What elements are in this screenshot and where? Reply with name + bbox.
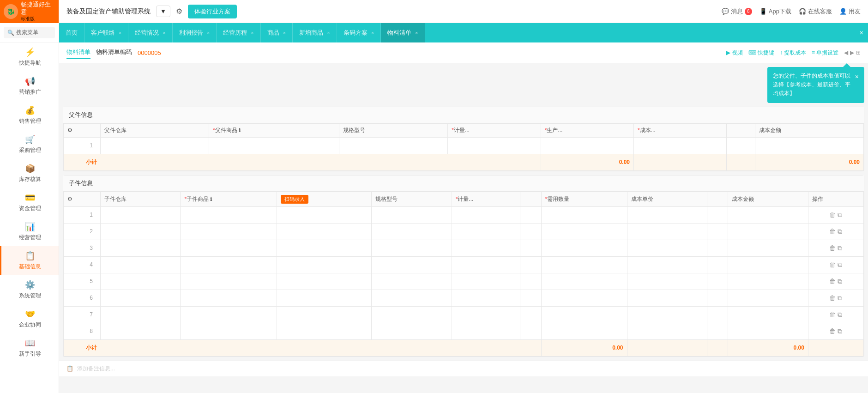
search-area[interactable]: 🔍 搜索菜单 — [0, 23, 59, 42]
cell-unit-child[interactable] — [452, 206, 520, 223]
cell-warehouse-child[interactable] — [101, 206, 181, 223]
tab-customer-close[interactable]: × — [119, 30, 121, 36]
cell-qty-child[interactable] — [541, 256, 627, 273]
cell-qty-child[interactable] — [541, 306, 627, 323]
delete-icon[interactable]: 🗑 — [829, 327, 836, 335]
tab-new-goods-close[interactable]: × — [327, 30, 330, 36]
cell-unit-child[interactable] — [452, 323, 520, 339]
cell-product-child[interactable] — [181, 240, 277, 256]
copy-icon[interactable]: ⧉ — [838, 228, 842, 236]
cell-qty-child[interactable] — [541, 240, 627, 256]
cell-product-child[interactable] — [181, 306, 277, 323]
cell-spec-child[interactable] — [372, 290, 452, 306]
cell-prod-parent[interactable] — [541, 137, 633, 154]
tab-new-goods[interactable]: 新增商品 × — [293, 23, 337, 42]
sidebar-item-purchase[interactable]: 🛒 采购管理 — [0, 130, 59, 159]
nav-next-icon[interactable]: ▶ — [850, 49, 854, 56]
tab-barcode[interactable]: 条码方案 × — [337, 23, 381, 42]
cell-qty-child[interactable] — [541, 206, 627, 223]
cell-unit-cost-child[interactable] — [627, 323, 707, 339]
cell-product-child[interactable] — [181, 323, 277, 339]
cell-unit-cost-child[interactable] — [627, 273, 707, 290]
cell-warehouse-child[interactable] — [101, 273, 181, 290]
tab-goods-close[interactable]: × — [283, 30, 286, 36]
tooltip-close-button[interactable]: × — [855, 72, 859, 82]
tab-operations-close[interactable]: × — [163, 30, 165, 36]
col-settings-parent[interactable]: ⚙ — [64, 123, 82, 137]
cell-warehouse-child[interactable] — [101, 306, 181, 323]
delete-icon[interactable]: 🗑 — [829, 244, 836, 252]
nav-prev-icon[interactable]: ◀ — [844, 49, 848, 56]
copy-icon[interactable]: ⧉ — [838, 327, 842, 335]
tab-customer[interactable]: 客户联络 × — [84, 23, 128, 42]
video-button[interactable]: ▶ 视频 — [726, 49, 743, 57]
cell-warehouse-child[interactable] — [101, 256, 181, 273]
delete-icon[interactable]: 🗑 — [829, 311, 836, 318]
copy-icon[interactable]: ⧉ — [838, 211, 842, 219]
cell-unit-cost-child[interactable] — [627, 240, 707, 256]
tab-bom[interactable]: 物料清单 × — [381, 23, 425, 42]
sub-tab-code[interactable]: 物料清单编码 — [96, 46, 132, 59]
sub-tab-bom[interactable]: 物料清单 — [66, 46, 90, 59]
delete-icon[interactable]: 🗑 — [829, 294, 836, 302]
system-select[interactable]: ▼ — [156, 6, 170, 17]
copy-icon[interactable]: ⧉ — [838, 261, 842, 269]
cell-spec-child[interactable] — [372, 256, 452, 273]
user-button[interactable]: 👤 用友 — [839, 7, 861, 16]
cell-unit-child[interactable] — [452, 290, 520, 306]
sidebar-item-marketing[interactable]: 📢 营销推广 — [0, 72, 59, 101]
cell-spec-child[interactable] — [372, 240, 452, 256]
cell-warehouse-child[interactable] — [101, 323, 181, 339]
cell-unit-cost-child[interactable] — [627, 206, 707, 223]
cell-unit-parent[interactable] — [448, 137, 541, 154]
cell-product-parent[interactable] — [209, 137, 339, 154]
grid-view-icon[interactable]: ⊞ — [856, 49, 861, 56]
note-placeholder[interactable]: 添加备注信息... — [77, 365, 115, 373]
copy-icon[interactable]: ⧉ — [838, 294, 842, 302]
cell-unit-cost-child[interactable] — [627, 306, 707, 323]
cell-qty-child[interactable] — [541, 323, 627, 339]
scan-button[interactable]: 扫码录入 — [281, 195, 308, 204]
cell-unit-child[interactable] — [452, 273, 520, 290]
cell-product-child[interactable] — [181, 256, 277, 273]
sidebar-item-system[interactable]: ⚙️ 系统管理 — [0, 275, 59, 304]
cell-spec-child[interactable] — [372, 306, 452, 323]
trial-button[interactable]: 体验行业方案 — [188, 5, 237, 18]
cell-cost-parent[interactable] — [634, 137, 727, 154]
delete-icon[interactable]: 🗑 — [829, 261, 836, 268]
app-download-button[interactable]: 📱 App下载 — [760, 7, 791, 16]
sidebar-item-operations[interactable]: 📊 经营管理 — [0, 217, 59, 246]
tab-profit-close[interactable]: × — [207, 30, 210, 36]
copy-icon[interactable]: ⧉ — [838, 244, 842, 252]
cell-unit-cost-child[interactable] — [627, 223, 707, 240]
online-service-button[interactable]: 🎧 在线客服 — [799, 7, 832, 16]
settings-icon[interactable]: ⚙ — [176, 7, 182, 16]
cell-spec-child[interactable] — [372, 273, 452, 290]
sidebar-item-basic[interactable]: 📋 基础信息 — [0, 246, 59, 275]
cell-unit-cost-child[interactable] — [627, 256, 707, 273]
delete-icon[interactable]: 🗑 — [829, 228, 836, 235]
close-all-button[interactable]: × — [855, 23, 868, 42]
cell-product-child[interactable] — [181, 223, 277, 240]
sidebar-item-finance[interactable]: 💳 资金管理 — [0, 188, 59, 217]
sidebar-item-guide[interactable]: 📖 新手引导 — [0, 333, 59, 363]
cell-unit-child[interactable] — [452, 256, 520, 273]
cell-unit-child[interactable] — [452, 223, 520, 240]
cell-product-child[interactable] — [181, 290, 277, 306]
cell-product-child[interactable] — [181, 206, 277, 223]
extract-cost-button[interactable]: ↑ 提取成本 — [780, 49, 806, 57]
cell-warehouse-child[interactable] — [101, 290, 181, 306]
cell-spec-child[interactable] — [372, 206, 452, 223]
cell-qty-child[interactable] — [541, 273, 627, 290]
cell-unit-child[interactable] — [452, 306, 520, 323]
cell-product-child[interactable] — [181, 273, 277, 290]
cell-unit-cost-child[interactable] — [627, 290, 707, 306]
tab-barcode-close[interactable]: × — [371, 30, 374, 36]
sidebar-item-inventory[interactable]: 📦 库存核算 — [0, 159, 59, 188]
sidebar-item-quick[interactable]: ⚡ 快捷导航 — [0, 42, 59, 72]
bill-settings-button[interactable]: ≡ 单据设置 — [812, 49, 838, 57]
col-settings-child[interactable]: ⚙ — [64, 192, 82, 206]
sidebar-item-sales[interactable]: 💰 销售管理 — [0, 101, 59, 130]
cell-spec-child[interactable] — [372, 223, 452, 240]
delete-icon[interactable]: 🗑 — [829, 211, 836, 218]
